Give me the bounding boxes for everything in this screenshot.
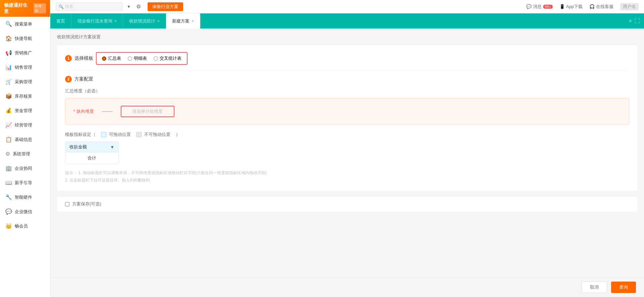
sidebar-item-label: 智能硬件 xyxy=(15,194,32,200)
sidebar-item-label: 搜索菜单 xyxy=(15,21,32,27)
metrics-dropdown-icon[interactable]: ▼ xyxy=(110,145,114,150)
download-icon: 📱 xyxy=(559,4,565,9)
sidebar-item-management[interactable]: 📈 经营管理 xyxy=(0,118,50,132)
radio-cross-label: 交叉统计表 xyxy=(160,55,181,61)
save-checkbox[interactable] xyxy=(65,202,69,206)
page-title: 收款情况统计方案设置 xyxy=(57,34,637,40)
sidebar-item-label: 营销推广 xyxy=(15,50,32,56)
metrics-legend: 可拖动位置 xyxy=(101,132,131,138)
support-icon: 🎧 xyxy=(589,4,595,9)
sidebar-item-member[interactable]: 👑 畅会员 xyxy=(0,219,50,233)
sidebar-item-system[interactable]: ⚙ 系统管理 xyxy=(0,147,50,161)
tab-cash-flow[interactable]: 现金银行流水查询 × xyxy=(71,13,123,29)
sidebar-item-finance[interactable]: 💰 资金管理 xyxy=(0,103,50,118)
system-icon: ⚙ xyxy=(5,151,10,157)
tab-close-icon[interactable]: × xyxy=(157,19,160,23)
download-label: App下载 xyxy=(566,4,583,10)
support-item[interactable]: 🎧 在线客服 xyxy=(589,4,613,10)
template-selector: 汇总表 明细表 交叉统计表 xyxy=(96,52,187,65)
sidebar-item-label: 企业微信 xyxy=(15,209,32,215)
home-tab-label: 首页 xyxy=(56,18,65,24)
step1-badge: 1 xyxy=(65,55,72,62)
non-draggable-legend: 不可拖动位置 xyxy=(136,132,170,138)
step1-header: 1 选择模板 汇总表 明细表 交叉统计表 xyxy=(65,52,629,65)
message-badge: 99+ xyxy=(543,5,553,9)
message-icon: 💬 xyxy=(526,4,532,9)
user-label: 用户名 xyxy=(620,3,639,10)
tab-close-active-icon[interactable]: × xyxy=(192,19,194,23)
inventory-icon: 📦 xyxy=(5,93,12,99)
tab-close-icon[interactable]: × xyxy=(114,19,117,23)
tab-bar: 首页 现金银行流水查询 × 收款情况统计 × 新建方案 × × ⛶ xyxy=(50,13,644,29)
sidebar-item-label: 系统管理 xyxy=(13,151,30,157)
sales-icon: 📊 xyxy=(5,64,12,70)
tab-new-plan[interactable]: 新建方案 × xyxy=(166,13,200,29)
radio-summary-input[interactable] xyxy=(102,56,106,61)
top-bar: 🔍 搜索 ▼ ⚙ 体验行业方案 💬 消息 99+ 📱 App下载 🎧 在线客服 … xyxy=(50,0,644,13)
gear-icon[interactable]: ⚙ xyxy=(136,3,141,10)
divider1 xyxy=(65,70,629,70)
sidebar-item-enterprise[interactable]: 🏢 企业协同 xyxy=(0,161,50,176)
radio-summary[interactable]: 汇总表 xyxy=(102,55,121,61)
app-name: 畅捷通好生意 xyxy=(4,2,31,14)
radio-detail-label: 明细表 xyxy=(134,55,147,61)
search-icon: 🔍 xyxy=(5,21,12,27)
sidebar-item-sales[interactable]: 📊 销售管理 xyxy=(0,60,50,75)
message-item[interactable]: 💬 消息 99+ xyxy=(526,4,553,10)
dimension-row: * 纵向维度 —— 请选择分组维度 xyxy=(73,106,174,117)
home-icon: 🏠 xyxy=(5,35,12,42)
footer-actions: 取消 查询 xyxy=(50,277,644,297)
management-icon: 📈 xyxy=(5,122,12,128)
hardware-icon: 🔧 xyxy=(5,194,12,200)
sidebar-item-hardware[interactable]: 🔧 智能硬件 xyxy=(0,190,50,204)
radio-detail[interactable]: 明细表 xyxy=(128,55,147,61)
step1-title: 选择模板 xyxy=(74,55,93,61)
radio-detail-input[interactable] xyxy=(128,56,132,61)
dimension-title: 汇总维度（必选） xyxy=(65,88,629,94)
draggable-legend-box xyxy=(101,132,106,137)
sidebar-item-search[interactable]: 🔍 搜索菜单 xyxy=(0,17,50,31)
sidebar-item-marketing[interactable]: 📢 营销推广 xyxy=(0,46,50,60)
sidebar-item-label: 销售管理 xyxy=(15,64,32,70)
sidebar-item-label: 库存核算 xyxy=(15,93,32,99)
dimension-selector[interactable]: 请选择分组维度 xyxy=(121,106,174,117)
tab-maximize-icon[interactable]: ⛶ xyxy=(635,18,640,24)
trial-button[interactable]: 体验行业方案 xyxy=(148,2,183,11)
radio-cross-input[interactable] xyxy=(154,56,158,61)
tab-home[interactable]: 首页 xyxy=(50,13,71,29)
sidebar: 畅捷通好生意 标准版 🔍 搜索菜单 🏠 快捷导航 📢 营销推广 📊 销售管理 🛒… xyxy=(0,0,50,297)
radio-cross[interactable]: 交叉统计表 xyxy=(154,55,181,61)
cancel-button[interactable]: 取消 xyxy=(582,282,607,293)
radio-summary-label: 汇总表 xyxy=(108,55,121,61)
top-bar-right: 💬 消息 99+ 📱 App下载 🎧 在线客服 用户名 xyxy=(526,3,639,10)
user-item[interactable]: 用户名 xyxy=(620,3,639,10)
step2-title: 方案配置 xyxy=(74,76,93,82)
sidebar-item-label: 企业协同 xyxy=(15,165,32,171)
sidebar-item-label: 新手引导 xyxy=(15,180,32,186)
new-plan-tab-label: 新建方案 xyxy=(172,18,190,24)
dropdown-icon[interactable]: ▼ xyxy=(127,4,131,9)
enterprise-icon: 🏢 xyxy=(5,165,12,171)
sidebar-item-label: 采购管理 xyxy=(15,79,32,85)
sidebar-item-guide[interactable]: 📖 新手引导 xyxy=(0,176,50,190)
vertical-dimension-label: * 纵向维度 xyxy=(73,108,94,114)
receipt-stats-tab-label: 收款情况统计 xyxy=(129,18,155,24)
tab-close-all-icon[interactable]: × xyxy=(629,18,632,24)
draggable-label: 可拖动位置 xyxy=(109,132,131,138)
download-item[interactable]: 📱 App下载 xyxy=(559,4,583,10)
metrics-header: 模板指标设定（ 可拖动位置 不可拖动位置 ） xyxy=(65,132,629,138)
step2-header: 2 方案配置 xyxy=(65,76,629,83)
sidebar-item-nav[interactable]: 🏠 快捷导航 xyxy=(0,31,50,46)
metrics-title-suffix: ） xyxy=(176,132,180,138)
query-button[interactable]: 查询 xyxy=(611,282,636,293)
sidebar-item-basic-info[interactable]: 📋 基础信息 xyxy=(0,132,50,147)
tab-receipt-stats[interactable]: 收款情况统计 × xyxy=(123,13,166,29)
sidebar-item-wechat[interactable]: 💬 企业微信 xyxy=(0,204,50,219)
main-card: 1 选择模板 汇总表 明细表 交叉统计表 xyxy=(57,45,637,191)
sidebar-item-inventory[interactable]: 📦 库存核算 xyxy=(0,89,50,103)
sidebar-item-label: 快捷导航 xyxy=(15,36,32,42)
edition-badge: 标准版 xyxy=(34,3,46,13)
top-search[interactable]: 🔍 搜索 xyxy=(56,2,123,11)
sidebar-item-purchase[interactable]: 🛒 采购管理 xyxy=(0,75,50,89)
dimension-title-text: 汇总维度（必选） xyxy=(65,88,100,93)
